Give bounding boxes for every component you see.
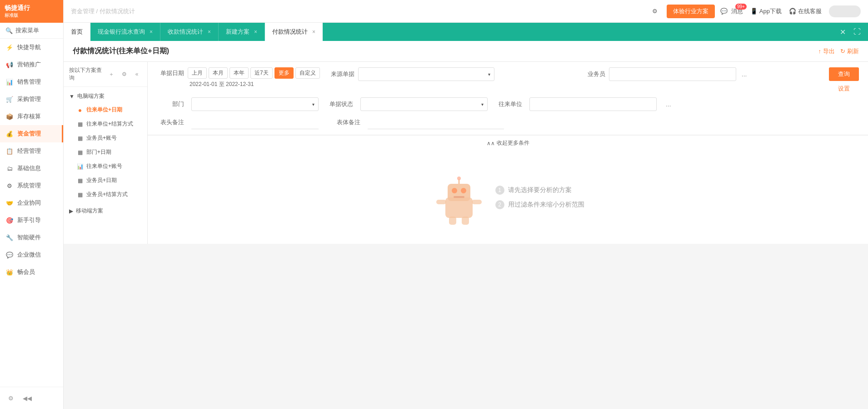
empty-num-2: 2 [495, 200, 504, 209]
tab-new-scheme-close[interactable]: × [254, 29, 257, 35]
tab-home-label: 首页 [71, 28, 83, 36]
sales-icon: 📊 [5, 78, 14, 86]
sidebar-settings-btn[interactable]: ⚙ [5, 392, 17, 404]
tab-payment-stats-close[interactable]: × [312, 29, 315, 35]
sidebar-item-operations[interactable]: 📋 经营管理 [0, 142, 63, 160]
partner-more-btn[interactable]: ... [666, 101, 671, 108]
source-select[interactable]: ▾ [358, 67, 494, 81]
date-btn-last-month[interactable]: 上月 [188, 67, 207, 79]
member-icon: 👑 [5, 268, 14, 276]
collapse-icon: ∧∧ [487, 140, 495, 146]
date-btn-7days[interactable]: 近7天 [250, 67, 273, 79]
search-menu-label: 搜索菜单 [15, 26, 39, 35]
app-download-btn[interactable]: 📱 App下载 [750, 7, 782, 15]
desktop-section-label: 电脑端方案 [77, 92, 105, 100]
scheme-dept-date-icon: ▦ [76, 149, 84, 156]
query-btn[interactable]: 查询 [829, 67, 859, 81]
sidebar-item-system[interactable]: ⚙ 系统管理 [0, 177, 63, 194]
tab-payment-stats-label: 付款情况统计 [272, 28, 308, 36]
online-service-btn[interactable]: 🎧 在线客服 [789, 7, 822, 15]
scheme-unit-date[interactable]: ● 往来单位+日期 [64, 103, 147, 117]
scheme-sales-account[interactable]: ▦ 业务员+账号 [64, 131, 147, 145]
refresh-icon: ↻ [840, 48, 845, 55]
body-note-input[interactable] [368, 116, 504, 129]
tab-home[interactable]: 首页 [64, 23, 90, 41]
add-scheme-btn[interactable]: ＋ [106, 69, 116, 79]
date-btn-custom[interactable]: 自定义 [295, 67, 320, 79]
sidebar-item-basic-info[interactable]: 🗂 基础信息 [0, 160, 63, 177]
tab-expand-btn[interactable]: ⛶ [852, 26, 863, 37]
sidebar-collapse-btn[interactable]: ◀◀ [21, 392, 34, 404]
export-btn[interactable]: ↑ 导出 [818, 47, 835, 56]
scheme-settings-btn[interactable]: ⚙ [119, 69, 129, 79]
desktop-section-toggle[interactable]: ▼ 电脑端方案 [64, 90, 147, 103]
scheme-dept-date[interactable]: ▦ 部门+日期 [64, 145, 147, 159]
settings-icon-btn[interactable]: ⚙ [649, 5, 661, 18]
notification-badge: 99+ [735, 4, 747, 10]
dept-select[interactable]: ▾ [191, 97, 319, 111]
app-download-label: App下载 [759, 7, 782, 15]
scheme-unit-account[interactable]: 📊 往来单位+账号 [64, 159, 147, 173]
trial-btn[interactable]: 体验行业方案 [667, 5, 715, 18]
scheme-unit-date-label: 往来单位+日期 [86, 106, 122, 114]
sidebar-item-quick-nav[interactable]: ⚡ 快捷导航 [0, 39, 63, 56]
header-note-label: 表头备注 [157, 118, 184, 126]
refresh-btn[interactable]: ↻ 刷新 [840, 47, 859, 56]
tab-payment-stats[interactable]: 付款情况统计 × [265, 23, 323, 41]
date-btn-this-year[interactable]: 本年 [229, 67, 249, 79]
tab-collection-close[interactable]: × [208, 29, 211, 35]
header-note-input[interactable] [191, 116, 319, 129]
date-btn-this-month[interactable]: 本月 [209, 67, 228, 79]
sidebar-item-label: 资金管理 [17, 130, 41, 138]
mobile-section-toggle[interactable]: ▶ 移动端方案 [64, 204, 147, 217]
basic-info-icon: 🗂 [5, 164, 14, 172]
sidebar-item-label: 销售管理 [17, 78, 41, 86]
sidebar-item-marketing[interactable]: 📢 营销推广 [0, 56, 63, 73]
search-icon: 🔍 [5, 27, 13, 34]
quick-nav-icon: ⚡ [5, 43, 14, 51]
scheme-sales-account-icon: ▦ [76, 135, 84, 142]
tab-close-all-btn[interactable]: ✕ [837, 26, 848, 37]
sidebar-item-guide[interactable]: 🎯 新手引导 [0, 212, 63, 229]
left-panel: 按以下方案查询 ＋ ⚙ « ▼ 电脑端方案 ● 往来单位+日期 ▦ [64, 62, 148, 244]
sidebar-item-member[interactable]: 👑 畅会员 [0, 263, 63, 281]
hardware-icon: 🔧 [5, 233, 14, 242]
sidebar-item-weixin[interactable]: 💬 企业微信 [0, 246, 63, 263]
salesperson-select[interactable] [609, 67, 736, 81]
date-label: 单据日期 [157, 69, 184, 77]
tab-bank-flow[interactable]: 现金银行流水查询 × [90, 23, 160, 41]
panel-collapse-btn[interactable]: « [132, 69, 142, 79]
sidebar-logo: 畅捷通行 标准版 [0, 0, 63, 23]
salesperson-more-btn[interactable]: ... [742, 71, 747, 78]
notification-btn[interactable]: 💬 消息 99+ [720, 7, 743, 15]
main-area: 资金管理 / 付款情况统计 ⚙ 体验行业方案 💬 消息 99+ 📱 App下载 … [64, 0, 868, 409]
scheme-unit-settle[interactable]: ▦ 往来单位+结算方式 [64, 117, 147, 131]
scheme-sales-settle[interactable]: ▦ 业务员+结算方式 [64, 187, 147, 202]
tab-collection[interactable]: 收款情况统计 × [160, 23, 219, 41]
partner-select[interactable] [529, 97, 657, 111]
sidebar-item-sales[interactable]: 📊 销售管理 [0, 73, 63, 91]
sidebar-bottom: ⚙ ◀◀ [0, 387, 63, 409]
empty-hint-2: 2 用过滤条件来缩小分析范围 [495, 200, 584, 209]
app-icon: 📱 [750, 8, 758, 15]
search-menu-item[interactable]: 🔍 搜索菜单 [0, 23, 63, 39]
sidebar-item-finance[interactable]: 💰 资金管理 [0, 125, 63, 142]
page-title: 付款情况统计(往来单位+日期) [73, 46, 169, 56]
date-btn-more[interactable]: 更多 [274, 67, 294, 79]
sidebar-item-inventory[interactable]: 📦 库存核算 [0, 108, 63, 125]
sidebar-item-hardware[interactable]: 🔧 智能硬件 [0, 229, 63, 246]
logo-sub: 标准版 [5, 12, 30, 19]
scheme-sales-date[interactable]: ▦ 业务员+日期 [64, 173, 147, 187]
sidebar-item-purchase[interactable]: 🛒 采购管理 [0, 91, 63, 108]
tab-new-scheme[interactable]: 新建方案 × [219, 23, 265, 41]
sidebar-item-label: 营销推广 [17, 61, 41, 69]
doc-status-select[interactable]: ▾ [360, 97, 488, 111]
user-avatar[interactable] [829, 5, 861, 17]
tab-new-scheme-label: 新建方案 [226, 28, 249, 36]
tab-bank-flow-close[interactable]: × [150, 29, 153, 35]
settings-link-btn[interactable]: 设置 [838, 85, 850, 93]
sidebar-item-label: 采购管理 [17, 95, 41, 103]
sidebar-item-enterprise[interactable]: 🤝 企业协同 [0, 194, 63, 212]
logo-text: 畅捷通行 [5, 4, 30, 11]
collapse-bar[interactable]: ∧∧ 收起更多条件 [148, 135, 868, 151]
